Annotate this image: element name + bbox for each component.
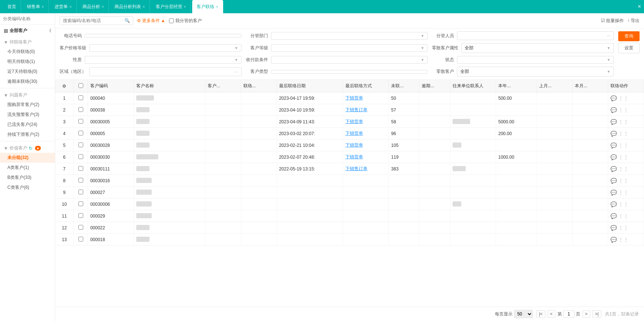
group-value-customers[interactable]: ▼ 价值客户 ↻ ● <box>0 143 55 153</box>
tab-customer-contact[interactable]: 客户联络 × <box>192 0 223 13</box>
cell-check[interactable] <box>74 116 88 128</box>
contact-method-link[interactable]: 下销货单 <box>345 131 363 136</box>
close-tab-analysis-icon[interactable]: × <box>102 4 104 9</box>
cell-check[interactable] <box>74 140 88 151</box>
row-checkbox[interactable] <box>78 131 83 135</box>
sidebar-item-type-b[interactable]: B类客户(33) <box>0 173 55 183</box>
tab-analysis[interactable]: 商品分析 × <box>78 0 109 13</box>
gear-icon[interactable]: ⚙ <box>62 84 66 89</box>
sidebar-item-type-a[interactable]: A类客户(1) <box>0 163 55 173</box>
close-tab-purchase-icon[interactable]: × <box>69 4 71 9</box>
first-page-btn[interactable]: |< <box>536 310 545 318</box>
contact-method-link[interactable]: 下销货单 <box>345 142 363 148</box>
th-checkbox[interactable] <box>74 80 88 92</box>
cell-check[interactable] <box>74 104 88 116</box>
filter-retail-attr-select[interactable]: 全部 ▼ <box>461 43 614 53</box>
sidebar-item-hoarding[interactable]: 囤购异常客户(2) <box>0 100 55 110</box>
more-action-icon[interactable]: ⋮⋮ <box>618 201 629 207</box>
row-checkbox[interactable] <box>78 201 83 206</box>
message-action-icon[interactable]: 💬 <box>610 166 617 172</box>
all-customers-header[interactable]: ⊞ 全部客户 《 <box>0 25 55 37</box>
row-checkbox[interactable] <box>78 166 83 171</box>
sidebar-item-ungrouped[interactable]: 未分组(32) <box>0 153 55 163</box>
contact-method-link[interactable]: 下销货单 <box>345 95 363 100</box>
sidebar-item-churn-warning[interactable]: 流失预警客户(3) <box>0 110 55 120</box>
filter-manager-input[interactable]: ··· <box>457 31 614 40</box>
contact-method-link[interactable]: 下销售订单 <box>345 107 367 112</box>
more-action-icon[interactable]: ⋮⋮ <box>618 142 629 148</box>
last-page-btn[interactable]: >| <box>592 310 601 318</box>
message-action-icon[interactable]: 💬 <box>610 119 617 125</box>
tab-customer-mgmt[interactable]: 客户分层经营 × <box>151 0 191 13</box>
group-pending-contact[interactable]: ▼ 待联络客户 <box>0 37 55 47</box>
window-close-button[interactable]: × <box>638 3 641 10</box>
sidebar-item-declining[interactable]: 持续下滑客户(2) <box>0 130 55 140</box>
cell-check[interactable] <box>74 128 88 140</box>
tab-purchase[interactable]: 进货单 × <box>50 0 76 13</box>
more-conditions-btn[interactable]: ⚙ 更多条件 ▲ <box>137 18 165 24</box>
collapse-sidebar-icon[interactable]: 《 <box>47 28 51 33</box>
sidebar-item-today[interactable]: 今天待联络(0) <box>0 47 55 57</box>
sidebar-item-churned[interactable]: 已流失客户(24) <box>0 120 55 130</box>
message-action-icon[interactable]: 💬 <box>610 225 617 231</box>
filter-nature-select[interactable]: ▼ <box>85 56 242 64</box>
message-action-icon[interactable]: 💬 <box>610 131 617 137</box>
cell-check[interactable] <box>74 92 88 104</box>
message-action-icon[interactable]: 💬 <box>610 142 617 148</box>
page-number-input[interactable] <box>563 310 574 318</box>
filter-customer-type-input[interactable] <box>271 70 428 74</box>
close-tab-customer-contact-icon[interactable]: × <box>216 4 218 9</box>
prev-page-btn[interactable]: < <box>548 310 555 318</box>
group-problem-customers[interactable]: ▼ 问题客户 <box>0 90 55 100</box>
more-action-icon[interactable]: ⋮⋮ <box>618 237 629 243</box>
filter-payment-select[interactable]: ▼ <box>271 56 428 64</box>
row-checkbox[interactable] <box>78 95 83 100</box>
sidebar-search-input[interactable] <box>3 16 55 21</box>
more-action-icon[interactable]: ⋮⋮ <box>618 95 629 101</box>
more-action-icon[interactable]: ⋮⋮ <box>618 225 629 231</box>
more-action-icon[interactable]: ⋮⋮ <box>618 119 629 125</box>
my-customer-checkbox[interactable] <box>169 18 174 23</box>
row-checkbox[interactable] <box>78 237 83 241</box>
export-btn[interactable]: ↑ 导出 <box>627 18 640 24</box>
main-search-box[interactable]: 🔍 <box>60 16 133 25</box>
main-search-icon[interactable]: 🔍 <box>124 18 130 23</box>
row-checkbox[interactable] <box>78 107 83 112</box>
select-all-checkbox[interactable] <box>78 83 83 88</box>
batch-operation-btn[interactable]: ☑ 批量操作 <box>601 18 624 24</box>
next-page-btn[interactable]: > <box>583 310 590 318</box>
contact-method-link[interactable]: 下销售订单 <box>345 166 367 171</box>
tab-analysis-list[interactable]: 商品分析列表 × <box>110 0 149 13</box>
contact-method-link[interactable]: 下销货单 <box>345 119 363 124</box>
close-tab-analysis-list-icon[interactable]: × <box>142 4 145 9</box>
message-action-icon[interactable]: 💬 <box>610 201 617 207</box>
reset-button[interactable]: 设置 <box>618 43 640 53</box>
more-action-icon[interactable]: ⋮⋮ <box>618 107 629 113</box>
page-size-select[interactable]: 50 100 200 <box>514 310 533 318</box>
tab-home[interactable]: 首页 <box>3 0 21 13</box>
row-checkbox[interactable] <box>78 190 83 194</box>
cell-check[interactable] <box>74 222 88 234</box>
row-checkbox[interactable] <box>78 225 83 230</box>
close-tab-customer-mgmt-icon[interactable]: × <box>184 4 186 9</box>
more-action-icon[interactable]: ⋮⋮ <box>618 178 629 184</box>
row-checkbox[interactable] <box>78 142 83 147</box>
cell-check[interactable] <box>74 187 88 198</box>
row-checkbox[interactable] <box>78 213 83 218</box>
more-action-icon[interactable]: ⋮⋮ <box>618 131 629 137</box>
cell-check[interactable] <box>74 163 88 175</box>
more-action-icon[interactable]: ⋮⋮ <box>618 154 629 160</box>
more-action-icon[interactable]: ⋮⋮ <box>618 213 629 219</box>
main-search-input[interactable] <box>63 18 122 23</box>
row-checkbox[interactable] <box>78 154 83 159</box>
message-action-icon[interactable]: 💬 <box>610 213 617 219</box>
message-action-icon[interactable]: 💬 <box>610 237 617 243</box>
cell-check[interactable] <box>74 210 88 222</box>
cell-check[interactable] <box>74 234 88 246</box>
th-settings[interactable]: ⚙ <box>55 80 74 92</box>
contact-method-link[interactable]: 下销货单 <box>345 154 363 159</box>
sidebar-item-type-c[interactable]: C类客户(6) <box>0 183 55 193</box>
tab-sales[interactable]: 销售单 × <box>22 0 49 13</box>
cell-check[interactable] <box>74 151 88 163</box>
filter-region-input[interactable]: ··· <box>89 67 242 76</box>
